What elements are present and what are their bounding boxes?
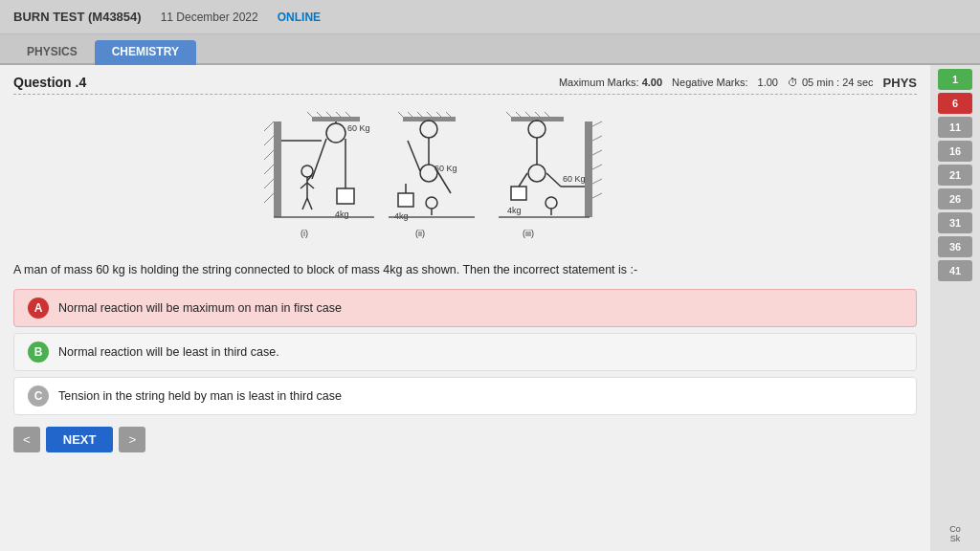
sidebar-num-16[interactable]: 16 xyxy=(938,141,972,162)
divider xyxy=(13,94,917,95)
top-bar: BURN TEST (M43854) 11 December 2022 ONLI… xyxy=(0,0,980,34)
svg-line-3 xyxy=(264,150,274,160)
svg-line-41 xyxy=(408,141,420,171)
next-arrow-button[interactable]: > xyxy=(119,427,145,452)
nav-buttons: < NEXT > xyxy=(13,427,917,452)
test-mode: ONLINE xyxy=(278,11,321,24)
svg-line-35 xyxy=(436,112,441,117)
svg-line-26 xyxy=(302,198,307,209)
main-layout: Question .4 Maximum Marks: 4.00 Negative… xyxy=(0,65,980,551)
svg-line-10 xyxy=(317,112,322,117)
diagram-container: 60 Kg 4kg (i) xyxy=(13,102,917,255)
marks-max-label: Maximum Marks: 4.00 xyxy=(559,77,662,88)
svg-line-13 xyxy=(345,112,350,117)
timer-badge: ⏱ 05 min : 24 sec xyxy=(788,77,874,88)
sidebar-footer-co: Co xyxy=(949,524,961,534)
sidebar-num-26[interactable]: 26 xyxy=(938,188,972,209)
question-header: Question .4 Maximum Marks: 4.00 Negative… xyxy=(13,75,917,90)
svg-point-58 xyxy=(528,165,546,182)
svg-rect-19 xyxy=(337,188,354,204)
sidebar-num-41[interactable]: 41 xyxy=(938,260,972,281)
marks-neg-label: Negative Marks: xyxy=(672,77,747,88)
next-button[interactable]: NEXT xyxy=(46,427,114,452)
sidebar-num-36[interactable]: 36 xyxy=(938,236,972,257)
svg-line-34 xyxy=(427,112,432,117)
svg-line-25 xyxy=(307,183,314,188)
svg-line-6 xyxy=(264,193,274,203)
options-container: A Normal reaction will be maximum on man… xyxy=(13,289,917,415)
question-diagram: 60 Kg 4kg (i) xyxy=(264,102,666,255)
prev-button[interactable]: < xyxy=(13,427,40,452)
svg-line-54 xyxy=(535,112,540,117)
question-text: A man of mass 60 kg is holding the strin… xyxy=(13,261,917,279)
svg-point-14 xyxy=(326,123,345,143)
svg-line-51 xyxy=(506,112,511,117)
marks-neg-value: 1.00 xyxy=(758,77,778,88)
clock-icon: ⏱ xyxy=(788,77,798,88)
svg-line-62 xyxy=(546,173,561,187)
svg-line-4 xyxy=(264,165,274,174)
option-b-badge: B xyxy=(28,342,49,363)
option-b-text: Normal reaction will be least in third c… xyxy=(58,345,279,359)
svg-line-66 xyxy=(592,136,602,141)
svg-line-65 xyxy=(592,121,602,126)
timer-value: 05 min : 24 sec xyxy=(802,77,874,88)
sidebar-footer: Co Sk xyxy=(946,520,965,547)
svg-line-11 xyxy=(326,112,331,117)
option-c-text: Tension in the string held by man is lea… xyxy=(58,389,342,403)
content-area: Question .4 Maximum Marks: 4.00 Negative… xyxy=(0,65,930,551)
svg-line-67 xyxy=(592,150,602,155)
svg-text:(i): (i) xyxy=(301,229,308,238)
svg-point-46 xyxy=(426,197,437,209)
svg-line-36 xyxy=(446,112,451,117)
svg-line-27 xyxy=(307,198,312,209)
sidebar-num-31[interactable]: 31 xyxy=(938,212,972,233)
svg-line-68 xyxy=(592,165,602,169)
svg-line-12 xyxy=(336,112,341,117)
svg-line-55 xyxy=(545,112,549,117)
sidebar-num-1[interactable]: 1 xyxy=(938,69,972,90)
svg-line-31 xyxy=(398,112,403,117)
svg-point-73 xyxy=(546,197,557,209)
svg-line-69 xyxy=(592,179,602,184)
sidebar-num-6[interactable]: 6 xyxy=(938,93,972,114)
svg-text:(ii): (ii) xyxy=(415,229,425,238)
svg-line-70 xyxy=(592,193,602,198)
svg-line-32 xyxy=(408,112,412,117)
svg-text:60 Kg: 60 Kg xyxy=(563,174,586,184)
option-a-text: Normal reaction will be maximum on man i… xyxy=(58,301,342,315)
svg-line-33 xyxy=(417,112,422,117)
right-sidebar: 1 6 11 16 21 26 31 36 41 Co Sk xyxy=(930,65,980,551)
svg-line-24 xyxy=(301,183,307,188)
svg-rect-64 xyxy=(585,121,592,217)
svg-line-1 xyxy=(264,121,274,131)
tabs-bar: PHYSICS CHEMISTRY xyxy=(0,34,980,65)
svg-line-45 xyxy=(437,171,451,193)
svg-text:60 Kg: 60 Kg xyxy=(347,123,370,133)
tab-chemistry[interactable]: CHEMISTRY xyxy=(95,40,196,63)
option-b[interactable]: B Normal reaction will be least in third… xyxy=(13,333,917,371)
svg-text:4kg: 4kg xyxy=(394,211,409,221)
sidebar-num-11[interactable]: 11 xyxy=(938,117,972,138)
svg-line-53 xyxy=(525,112,530,117)
option-a-badge: A xyxy=(28,298,49,319)
svg-point-37 xyxy=(420,121,437,138)
svg-text:4kg: 4kg xyxy=(507,206,522,215)
option-a[interactable]: A Normal reaction will be maximum on man… xyxy=(13,289,917,327)
test-title: BURN TEST (M43854) xyxy=(13,10,142,24)
svg-line-61 xyxy=(519,173,527,187)
question-meta: Maximum Marks: 4.00 Negative Marks: 1.00… xyxy=(559,76,917,90)
svg-line-9 xyxy=(307,112,312,117)
svg-point-56 xyxy=(528,121,546,138)
sidebar-footer-sk: Sk xyxy=(949,534,961,543)
svg-line-52 xyxy=(516,112,521,117)
sidebar-num-21[interactable]: 21 xyxy=(938,165,972,186)
svg-rect-42 xyxy=(398,193,413,207)
svg-rect-59 xyxy=(511,187,526,200)
tab-physics[interactable]: PHYSICS xyxy=(10,40,95,63)
test-date: 11 December 2022 xyxy=(161,11,258,24)
svg-rect-8 xyxy=(312,117,360,121)
svg-text:(iii): (iii) xyxy=(523,229,534,238)
question-number: Question .4 xyxy=(13,75,86,90)
option-c[interactable]: C Tension in the string held by man is l… xyxy=(13,377,917,415)
